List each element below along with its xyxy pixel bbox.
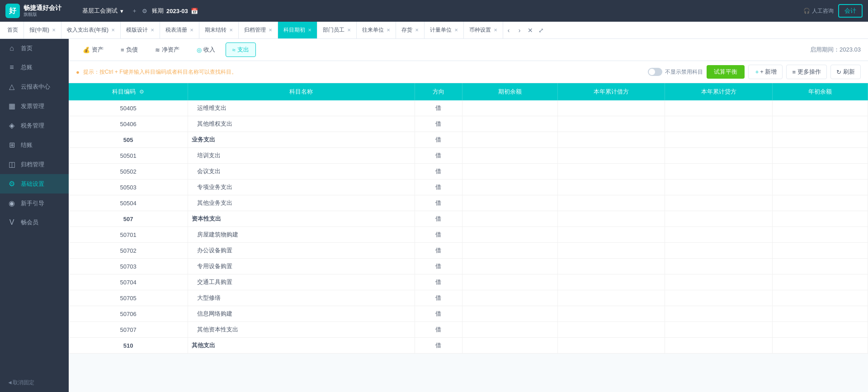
cell-period-balance bbox=[462, 179, 558, 195]
sidebar-item-home[interactable]: ⌂ 首页 bbox=[0, 39, 69, 58]
toggle-disabled-switch[interactable]: 不显示禁用科目 bbox=[648, 68, 703, 76]
sidebar-item-archive[interactable]: ◫ 归档管理 bbox=[0, 155, 69, 174]
refresh-btn[interactable]: ↻ 刷新 bbox=[830, 65, 861, 79]
cell-period-balance bbox=[462, 227, 558, 243]
table-row[interactable]: 50703 专用设备购置 借 bbox=[69, 259, 868, 274]
tab-interim[interactable]: 报(中期) ✕ bbox=[24, 22, 61, 39]
tab-close-interim[interactable]: ✕ bbox=[52, 28, 56, 33]
company-selector[interactable]: 基层工会测试 ▾ bbox=[79, 5, 127, 17]
tab-close-unit[interactable]: ✕ bbox=[454, 28, 458, 33]
cell-year-debit bbox=[558, 306, 665, 322]
tab-income-report[interactable]: 收入支出表(年报) ✕ bbox=[61, 22, 121, 39]
tab-close-currency[interactable]: ✕ bbox=[494, 28, 497, 33]
sidebar-item-tax[interactable]: ◈ 税务管理 bbox=[0, 116, 69, 135]
table-row[interactable]: 505 业务支出 借 bbox=[69, 132, 868, 148]
table-row[interactable]: 50707 其他资本性支出 借 bbox=[69, 322, 868, 338]
col-header-year-balance: 年初余额 bbox=[772, 83, 868, 100]
table-row[interactable]: 50406 其他维权支出 借 bbox=[69, 116, 868, 132]
table-row[interactable]: 50501 培训支出 借 bbox=[69, 148, 868, 164]
cell-code: 50707 bbox=[69, 322, 188, 338]
cell-period-balance bbox=[462, 322, 558, 338]
calendar-icon[interactable]: 📅 bbox=[191, 8, 198, 14]
tab-close-period-end[interactable]: ✕ bbox=[229, 28, 233, 33]
sub-tab-expenditure[interactable]: ≈ 支出 bbox=[226, 43, 256, 57]
cell-name: 办公设备购置 bbox=[188, 243, 415, 259]
cell-year-balance bbox=[772, 227, 868, 243]
settings-icon[interactable]: ⚙ bbox=[142, 8, 147, 14]
assets-icon: 💰 bbox=[83, 47, 90, 53]
tab-contacts[interactable]: 往来单位 ✕ bbox=[357, 22, 396, 39]
sidebar-item-ledger[interactable]: ≡ 总账 bbox=[0, 58, 69, 77]
table-row[interactable]: 50702 办公设备购置 借 bbox=[69, 243, 868, 259]
cell-code: 50405 bbox=[69, 100, 188, 116]
sidebar-item-cloud-report[interactable]: △ 云报表中心 bbox=[0, 77, 69, 96]
sub-tab-income[interactable]: ◎ 收入 bbox=[190, 43, 222, 57]
tab-subject-period[interactable]: 科目期初 ✕ bbox=[278, 22, 317, 39]
tab-expand-btn[interactable]: ⤢ bbox=[536, 22, 547, 39]
sub-tab-liabilities[interactable]: ≡ 负债 bbox=[114, 43, 145, 57]
tab-close-dept[interactable]: ✕ bbox=[347, 28, 351, 33]
cell-name: 专项业务支出 bbox=[188, 179, 415, 195]
headset-icon: 🎧 bbox=[803, 8, 810, 14]
tab-prev-btn[interactable]: ‹ bbox=[503, 22, 514, 39]
table-row[interactable]: 50701 房屋建筑物购建 借 bbox=[69, 227, 868, 243]
cell-name: 运维维支出 bbox=[188, 100, 415, 116]
sidebar-item-basic-settings[interactable]: ⚙ 基础设置 bbox=[0, 174, 69, 194]
cell-year-balance bbox=[772, 243, 868, 259]
cell-year-debit bbox=[558, 179, 665, 195]
toggle-control[interactable] bbox=[648, 68, 662, 76]
account-button[interactable]: 会计 bbox=[838, 4, 863, 18]
tab-close-contacts[interactable]: ✕ bbox=[387, 28, 390, 33]
cell-code: 507 bbox=[69, 211, 188, 227]
tab-close-subject[interactable]: ✕ bbox=[308, 28, 311, 33]
table-row[interactable]: 507 资本性支出 借 bbox=[69, 211, 868, 227]
tab-next-btn[interactable]: › bbox=[514, 22, 525, 39]
cell-year-debit bbox=[558, 100, 665, 116]
cell-name: 房屋建筑物购建 bbox=[188, 227, 415, 243]
tab-dept-employee[interactable]: 部门员工 ✕ bbox=[317, 22, 357, 39]
sidebar-item-invoice[interactable]: ▦ 发票管理 bbox=[0, 96, 69, 116]
table-row[interactable]: 50502 会议支出 借 bbox=[69, 164, 868, 179]
tab-period-end[interactable]: 期末结转 ✕ bbox=[199, 22, 239, 39]
tab-close-archive[interactable]: ✕ bbox=[269, 28, 272, 33]
table-container[interactable]: 科目编码 ⚙ 科目名称 方向 期初余额 本年累计借方 bbox=[69, 83, 868, 392]
table-row[interactable]: 50503 专项业务支出 借 bbox=[69, 179, 868, 195]
cell-period-balance bbox=[462, 274, 558, 290]
sidebar-item-settlement[interactable]: ⊞ 结账 bbox=[0, 135, 69, 155]
sub-tab-net-assets[interactable]: ≋ 净资产 bbox=[148, 43, 186, 57]
balance-btn[interactable]: 试算平衡 bbox=[707, 65, 745, 79]
tab-close-template[interactable]: ✕ bbox=[151, 28, 154, 33]
cell-code: 50502 bbox=[69, 164, 188, 179]
tab-archive[interactable]: 归档管理 ✕ bbox=[239, 22, 278, 39]
tab-unit[interactable]: 计量单位 ✕ bbox=[425, 22, 464, 39]
company-name: 基层工会测试 bbox=[82, 7, 118, 15]
table-row[interactable]: 50704 交通工具购置 借 bbox=[69, 274, 868, 290]
tab-close-tax[interactable]: ✕ bbox=[190, 28, 193, 33]
table-row[interactable]: 50706 信息网络购建 借 bbox=[69, 306, 868, 322]
table-row[interactable]: 50405 运维维支出 借 bbox=[69, 100, 868, 116]
sidebar-item-member[interactable]: V 畅会员 bbox=[0, 213, 69, 232]
tab-close-income[interactable]: ✕ bbox=[111, 28, 115, 33]
tab-template[interactable]: 模版设计 ✕ bbox=[121, 22, 160, 39]
tab-tax[interactable]: 税表清册 ✕ bbox=[160, 22, 199, 39]
table-row[interactable]: 50504 其他业务支出 借 bbox=[69, 195, 868, 211]
cell-period-balance bbox=[462, 132, 558, 148]
tab-currency[interactable]: 币种设置 ✕ bbox=[464, 22, 503, 39]
add-company-icon[interactable]: ＋ bbox=[132, 7, 137, 15]
sub-tab-assets[interactable]: 💰 资产 bbox=[76, 43, 110, 57]
sidebar-item-guide[interactable]: ◉ 新手引导 bbox=[0, 194, 69, 213]
table-row[interactable]: 510 其他支出 借 bbox=[69, 338, 868, 354]
tab-close-all-btn[interactable]: ✕ bbox=[525, 22, 536, 39]
tab-home[interactable]: 首页 bbox=[2, 22, 24, 39]
cancel-fixed-btn[interactable]: ◄取消固定 bbox=[7, 379, 61, 387]
table-row[interactable]: 50705 大型修缮 借 bbox=[69, 290, 868, 306]
more-btn[interactable]: ≡ 更多操作 bbox=[786, 65, 827, 79]
add-btn[interactable]: ＋ + 新增 bbox=[748, 65, 783, 79]
cell-year-debit bbox=[558, 148, 665, 164]
support-button[interactable]: 🎧 人工咨询 bbox=[803, 7, 834, 15]
cell-year-balance bbox=[772, 338, 868, 354]
cell-direction: 借 bbox=[415, 290, 462, 306]
column-settings-icon[interactable]: ⚙ bbox=[139, 89, 144, 95]
tab-inventory[interactable]: 存货 ✕ bbox=[396, 22, 425, 39]
tab-close-inventory[interactable]: ✕ bbox=[415, 28, 419, 33]
